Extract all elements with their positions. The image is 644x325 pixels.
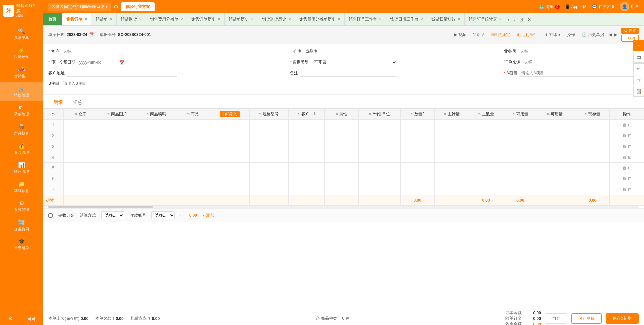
copy-icon[interactable]: ⊡ bbox=[628, 166, 631, 170]
owe-info-icon[interactable]: ℹ bbox=[113, 316, 114, 321]
cell-attr[interactable] bbox=[324, 152, 358, 163]
cell-main_qty[interactable] bbox=[469, 184, 503, 195]
side-btn-grid[interactable]: ▤ bbox=[633, 52, 644, 63]
cell-current[interactable] bbox=[575, 184, 610, 195]
close-tab-icon[interactable]: ✕ bbox=[218, 17, 220, 21]
cell-unit[interactable] bbox=[358, 152, 400, 163]
cell-current[interactable] bbox=[575, 120, 610, 130]
sidebar-item-inventory[interactable]: 📦 库存核算 bbox=[0, 120, 43, 139]
delivery-input[interactable] bbox=[77, 59, 118, 66]
sidebar-item-guide[interactable]: 🎓 新手引导 bbox=[0, 235, 43, 254]
tab-sales-invoice[interactable]: 销货单 ✕ bbox=[91, 13, 117, 26]
cell-main_unit[interactable] bbox=[434, 184, 469, 195]
cell-customer_code[interactable] bbox=[289, 173, 324, 184]
cell-available[interactable] bbox=[503, 130, 537, 141]
tab-sales-stats[interactable]: 销售订单统计表 ✕ bbox=[465, 13, 506, 26]
cell-qty2[interactable] bbox=[400, 173, 434, 184]
cell-available2[interactable] bbox=[537, 120, 575, 130]
cell-code[interactable] bbox=[137, 184, 176, 195]
cell-available[interactable] bbox=[503, 163, 537, 173]
sidebar-item-search[interactable]: 🔍 搜索菜单 bbox=[0, 25, 43, 44]
tab-order-workbench[interactable]: 销售订单工作台 ✕ bbox=[345, 13, 386, 26]
b-project-input[interactable] bbox=[61, 80, 183, 87]
copy-icon[interactable]: ⊡ bbox=[628, 155, 631, 160]
sidebar-item-base[interactable]: 📁 基础信息 bbox=[0, 177, 43, 197]
cell-attr[interactable] bbox=[324, 173, 358, 184]
cell-main_qty[interactable] bbox=[469, 173, 503, 184]
cell-product[interactable] bbox=[176, 173, 210, 184]
cell-current[interactable] bbox=[575, 130, 610, 141]
tab-sales-return[interactable]: 销货退货 ✕ bbox=[117, 13, 146, 26]
cell-warehouse[interactable] bbox=[64, 152, 98, 163]
side-btn-star[interactable]: ☆ bbox=[633, 75, 644, 85]
close-tab-icon[interactable]: ✕ bbox=[420, 17, 423, 21]
cell-qty2[interactable] bbox=[400, 141, 434, 152]
address-input[interactable] bbox=[67, 70, 177, 77]
cell-warehouse[interactable] bbox=[64, 163, 98, 173]
cell-available[interactable] bbox=[503, 120, 537, 130]
cell-product[interactable] bbox=[176, 120, 210, 130]
th-gear[interactable]: ⚙ bbox=[43, 109, 64, 120]
cell-product[interactable] bbox=[176, 130, 210, 141]
tab-next-btn[interactable]: › bbox=[512, 13, 518, 26]
cell-available[interactable] bbox=[503, 141, 537, 152]
invoice-select[interactable]: 不开票 增值税专用发票 增值税普通发票 bbox=[311, 58, 397, 66]
cell-available2[interactable] bbox=[537, 152, 575, 163]
tab-return-history[interactable]: 销货退货历史 ✕ bbox=[258, 13, 295, 26]
help-btn[interactable]: ? 帮助 bbox=[471, 31, 487, 38]
cell-main_qty[interactable] bbox=[469, 120, 503, 130]
sidebar-item-sales[interactable]: 🛒 销售管理 bbox=[0, 82, 43, 101]
delete-icon[interactable]: 🗑 bbox=[622, 133, 627, 138]
cell-current[interactable] bbox=[575, 141, 610, 152]
cell-unit[interactable] bbox=[358, 163, 400, 173]
sidebar-item-marketing[interactable]: 📣 营销推广 bbox=[0, 63, 43, 82]
cell-spec[interactable] bbox=[250, 152, 289, 163]
customer-dots-btn[interactable]: ··· bbox=[179, 49, 183, 54]
cell-main_unit[interactable] bbox=[434, 130, 469, 141]
cell-spec[interactable] bbox=[250, 130, 289, 141]
cell-current[interactable] bbox=[575, 173, 610, 184]
tab-sales-invoice-history[interactable]: 销货单历史 ✕ bbox=[225, 13, 258, 26]
horizontal-scrollbar[interactable] bbox=[48, 206, 639, 208]
cell-available2[interactable] bbox=[537, 173, 575, 184]
tab-money-reconcile[interactable]: 钱货日清对账 ✕ bbox=[427, 13, 465, 26]
sidebar-settings-btn[interactable]: ⚙ bbox=[8, 315, 13, 322]
delete-icon[interactable]: 🗑 bbox=[622, 155, 627, 160]
side-btn-clipboard[interactable]: 📋 bbox=[633, 86, 644, 97]
cell-attr[interactable] bbox=[324, 120, 358, 130]
cell-customer_code[interactable] bbox=[289, 120, 324, 130]
settings-float-btn[interactable]: ⚙ 设置 bbox=[621, 28, 639, 34]
cell-available2[interactable] bbox=[537, 141, 575, 152]
cell-scan[interactable] bbox=[210, 152, 250, 163]
side-btn-list[interactable]: ☰ bbox=[633, 40, 644, 51]
tab-summary[interactable]: 汇总 bbox=[68, 97, 87, 108]
cell-scan[interactable] bbox=[210, 184, 250, 195]
cell-main_qty[interactable] bbox=[469, 163, 503, 173]
cell-product[interactable] bbox=[176, 163, 210, 173]
customer-input[interactable] bbox=[61, 48, 177, 55]
cell-available2[interactable] bbox=[537, 130, 575, 141]
cell-main_unit[interactable] bbox=[434, 152, 469, 163]
cell-product[interactable] bbox=[176, 184, 210, 195]
cell-unit[interactable] bbox=[358, 184, 400, 195]
cell-customer_code[interactable] bbox=[289, 163, 324, 173]
cell-code[interactable] bbox=[137, 120, 176, 130]
cell-available[interactable] bbox=[503, 173, 537, 184]
cell-spec[interactable] bbox=[250, 141, 289, 152]
tab-fee-history[interactable]: 销售费用分摊单历史 ✕ bbox=[295, 13, 345, 26]
save-draft-btn[interactable]: 保存草稿 bbox=[571, 313, 602, 324]
cell-code[interactable] bbox=[137, 173, 176, 184]
cell-warehouse[interactable] bbox=[64, 130, 98, 141]
tab-sales-order-history[interactable]: 销售订单历史 ✕ bbox=[187, 13, 225, 26]
cell-scan[interactable] bbox=[210, 141, 250, 152]
cell-customer_code[interactable] bbox=[289, 152, 324, 163]
tab-more-btn[interactable]: ⊡ bbox=[517, 13, 525, 26]
delete-icon[interactable]: 🗑 bbox=[622, 123, 627, 127]
cell-code[interactable] bbox=[137, 130, 176, 141]
close-tab-icon[interactable]: ✕ bbox=[288, 17, 291, 21]
history-btn[interactable]: 🕐 历史单据 bbox=[580, 31, 606, 38]
save-new-btn[interactable]: 保存&新增 bbox=[606, 313, 639, 324]
close-tab-icon[interactable]: ✕ bbox=[180, 17, 183, 21]
cell-attr[interactable] bbox=[324, 130, 358, 141]
copy-icon[interactable]: ⊡ bbox=[628, 123, 631, 127]
